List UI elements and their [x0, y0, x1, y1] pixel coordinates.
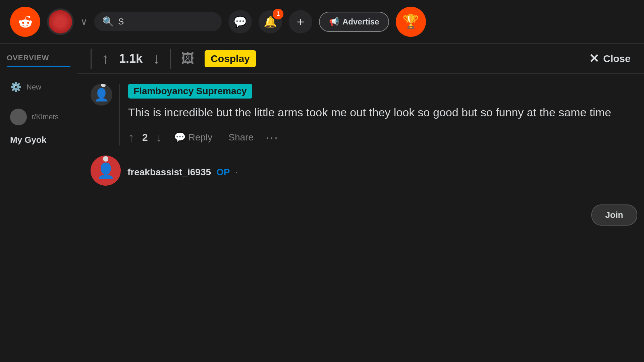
coins-icon: 🏆 [402, 14, 419, 29]
user-avatar[interactable] [47, 8, 74, 35]
reply-button[interactable]: 💬 Reply [170, 129, 217, 145]
comment2-avatar: 👤 [91, 156, 121, 186]
comment-upvote-button[interactable]: ↑ [128, 130, 134, 144]
comment-vote-count: 2 [142, 132, 148, 143]
subreddit-avatar [10, 109, 27, 125]
downvote-button[interactable]: ↓ [153, 50, 160, 67]
overview-label: OVERVIEW [7, 54, 70, 67]
comment-username-row: Flamboyancy Supremacy [128, 84, 631, 99]
op-badge: OP [216, 167, 230, 178]
comment-downvote-button[interactable]: ↓ [156, 130, 162, 144]
reddit-logo[interactable] [10, 7, 40, 37]
main-content: ↑ 1.1k ↓ 🖼 Cosplay ✕ Close 👤 Flamboyancy… [77, 44, 644, 362]
coins-button[interactable]: 🏆 [396, 7, 426, 37]
divider [91, 49, 92, 69]
chat-button[interactable]: 💬 [228, 10, 252, 34]
comment-avatar: 👤 [91, 84, 112, 106]
notification-badge: 1 [273, 9, 283, 19]
plus-icon: ＋ [294, 13, 307, 30]
comment2-username[interactable]: freakbassist_i6935 [127, 167, 211, 178]
settings-item[interactable]: ⚙️ New [7, 77, 70, 97]
more-options-button[interactable]: ··· [266, 130, 279, 144]
flair-tag[interactable]: Cosplay [205, 50, 256, 67]
upvote-button[interactable]: ↑ [102, 50, 109, 67]
reply-icon: 💬 [174, 132, 186, 143]
left-sidebar: OVERVIEW ⚙️ New r/Kimets My Gyok [0, 44, 77, 362]
create-post-button[interactable]: ＋ [289, 10, 312, 34]
search-input[interactable] [118, 16, 214, 27]
vote-count: 1.1k [119, 52, 143, 66]
avatar-dot [101, 84, 106, 87]
username-tag[interactable]: Flamboyancy Supremacy [128, 84, 252, 99]
search-bar[interactable]: 🔍 [94, 12, 222, 31]
divider2 [170, 49, 171, 69]
join-button[interactable]: Join [591, 204, 637, 226]
share-button[interactable]: Share [224, 129, 258, 145]
avatar-icon: 👤 [94, 88, 109, 102]
close-button[interactable]: ✕ Close [589, 52, 631, 66]
avatar-inner [49, 10, 72, 34]
comment-text: This is incredible but the little arms t… [128, 104, 631, 121]
comment-block: 👤 Flamboyancy Supremacy This is incredib… [91, 84, 631, 145]
megaphone-icon: 📢 [329, 17, 339, 26]
close-x-icon: ✕ [589, 52, 599, 66]
advertise-button[interactable]: 📢 Advertise [319, 12, 389, 32]
subreddit-item[interactable]: r/Kimets [7, 104, 70, 130]
topnav: ∨ 🔍 💬 🔔 1 ＋ 📢 Advertise 🏆 [0, 0, 644, 44]
avatar2-dot [103, 156, 108, 162]
comment-actions: ↑ 2 ↓ 💬 Reply Share ··· [128, 129, 631, 145]
comment-area: 👤 Flamboyancy Supremacy This is incredib… [77, 74, 644, 362]
notifications-wrapper: 🔔 1 [259, 10, 282, 34]
image-icon[interactable]: 🖼 [181, 51, 195, 66]
comment-body: Flamboyancy Supremacy This is incredible… [119, 84, 631, 145]
comment2-dot: · [235, 167, 238, 178]
comment-block2: 👤 freakbassist_i6935 OP · [91, 156, 631, 186]
chat-icon: 💬 [233, 15, 247, 28]
modal-header: ↑ 1.1k ↓ 🖼 Cosplay ✕ Close [77, 44, 644, 74]
post-title-sidebar: My Gyok [7, 130, 70, 150]
avatar2-icon: 👤 [97, 162, 115, 179]
search-icon: 🔍 [102, 16, 114, 27]
dropdown-arrow-icon[interactable]: ∨ [80, 16, 88, 27]
settings-icon: ⚙️ [10, 81, 22, 93]
